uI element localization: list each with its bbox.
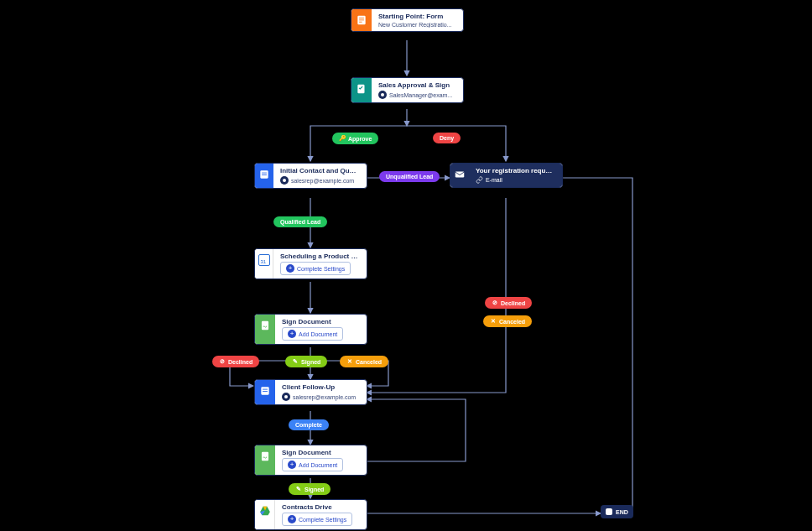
workflow-canvas: Starting Point: Form New Customer Regist… bbox=[0, 0, 812, 531]
plus-icon: + bbox=[286, 264, 294, 273]
svg-rect-8 bbox=[455, 172, 465, 178]
pill-signed-2[interactable]: ✎ Signed bbox=[289, 483, 331, 495]
key-icon: 🔑 bbox=[339, 135, 346, 142]
pill-deny[interactable]: Deny bbox=[433, 133, 461, 143]
svg-rect-13 bbox=[262, 452, 268, 461]
pill-complete[interactable]: Complete bbox=[289, 419, 329, 430]
node-title: Contracts Drive bbox=[282, 503, 352, 511]
pill-approve[interactable]: 🔑 Approve bbox=[332, 133, 378, 144]
plus-icon: + bbox=[288, 461, 296, 469]
approval-icon bbox=[351, 78, 372, 102]
node-subtitle: New Customer Registratio... bbox=[378, 22, 452, 28]
node-scheduling-demo[interactable]: Scheduling a Product Demo + Complete Set… bbox=[254, 248, 367, 279]
node-sales-approval[interactable]: Sales Approval & Sign SalesManager@exam.… bbox=[351, 77, 464, 103]
pill-canceled-2[interactable]: ✕ Canceled bbox=[483, 315, 532, 327]
cancel-icon: ⊘ bbox=[219, 358, 226, 365]
pill-declined-2[interactable]: ⊘ Declined bbox=[485, 297, 532, 309]
plus-icon: + bbox=[288, 515, 296, 523]
cancel-icon: ⊘ bbox=[492, 299, 498, 306]
x-icon: ✕ bbox=[490, 318, 497, 325]
x-icon: ✕ bbox=[346, 358, 353, 365]
complete-settings-button[interactable]: + Complete Settings bbox=[282, 513, 352, 526]
node-sign-document-1[interactable]: Sign Document + Add Document bbox=[254, 314, 367, 345]
svg-rect-6 bbox=[262, 173, 267, 174]
node-title: Scheduling a Product Demo bbox=[280, 252, 360, 260]
node-subtitle: SalesManager@exam... bbox=[378, 91, 452, 99]
node-title: Sales Approval & Sign bbox=[378, 81, 452, 89]
svg-rect-4 bbox=[357, 85, 364, 94]
pill-qualified-lead[interactable]: Qualified Lead bbox=[273, 216, 327, 227]
pen-icon: ✎ bbox=[292, 358, 299, 365]
pill-signed[interactable]: ✎ Signed bbox=[285, 356, 327, 367]
pill-unqualified-lead[interactable]: Unqualified Lead bbox=[379, 171, 440, 182]
drive-icon bbox=[255, 500, 275, 529]
avatar-icon bbox=[282, 393, 290, 401]
form-icon bbox=[351, 9, 372, 31]
svg-rect-9 bbox=[262, 321, 268, 331]
node-initial-contact[interactable]: Initial Contact and Qualificat... salesr… bbox=[254, 163, 367, 189]
svg-rect-12 bbox=[263, 391, 268, 392]
add-document-button[interactable]: + Add Document bbox=[282, 327, 343, 341]
svg-rect-7 bbox=[262, 174, 267, 175]
add-document-button[interactable]: + Add Document bbox=[282, 458, 343, 471]
node-title: Client Follow-Up bbox=[282, 383, 356, 391]
node-email[interactable]: Your registration request has ... E-mail bbox=[450, 163, 563, 188]
calendar-icon bbox=[255, 249, 273, 279]
node-sign-document-2[interactable]: Sign Document + Add Document bbox=[254, 445, 367, 476]
node-end[interactable]: END bbox=[601, 505, 633, 518]
sign-icon bbox=[255, 315, 275, 344]
task-icon bbox=[255, 164, 273, 188]
svg-rect-11 bbox=[263, 389, 268, 390]
stop-icon bbox=[606, 508, 612, 515]
email-icon bbox=[450, 164, 469, 187]
node-title: Your registration request has ... bbox=[476, 167, 555, 174]
node-contracts-drive[interactable]: Contracts Drive + Complete Settings bbox=[254, 499, 367, 530]
avatar-icon bbox=[378, 91, 387, 99]
node-title: Sign Document bbox=[282, 318, 352, 325]
task-icon bbox=[255, 380, 275, 404]
link-icon bbox=[476, 176, 483, 184]
node-title: Starting Point: Form bbox=[378, 13, 452, 20]
pill-declined[interactable]: ⊘ Declined bbox=[212, 356, 259, 367]
complete-settings-button[interactable]: + Complete Settings bbox=[280, 262, 351, 275]
svg-rect-3 bbox=[359, 22, 362, 23]
pill-canceled[interactable]: ✕ Canceled bbox=[340, 356, 388, 367]
avatar-icon bbox=[280, 176, 289, 185]
node-title: Sign Document bbox=[282, 449, 352, 456]
sign-icon bbox=[255, 445, 275, 475]
node-subtitle: salesrep@example.com bbox=[280, 176, 360, 185]
svg-rect-2 bbox=[359, 19, 364, 20]
pen-icon: ✎ bbox=[295, 486, 302, 492]
node-starting-point[interactable]: Starting Point: Form New Customer Regist… bbox=[351, 8, 464, 32]
plus-icon: + bbox=[288, 330, 296, 338]
svg-rect-1 bbox=[359, 18, 364, 18]
node-subtitle: salesrep@example.com bbox=[282, 393, 356, 401]
node-client-followup[interactable]: Client Follow-Up salesrep@example.com bbox=[254, 379, 367, 405]
node-title: Initial Contact and Qualificat... bbox=[280, 167, 360, 174]
node-subtitle: E-mail bbox=[476, 176, 555, 184]
